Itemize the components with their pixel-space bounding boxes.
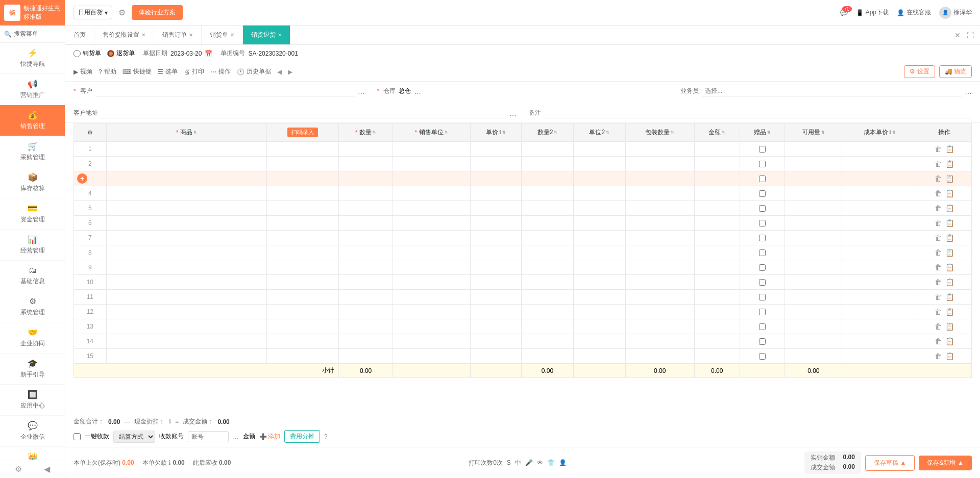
history-action[interactable]: 🕐 历史单据 xyxy=(237,67,271,76)
customer-select-btn[interactable]: … xyxy=(358,87,365,95)
gift-cell-12[interactable] xyxy=(740,305,785,319)
add-payment-btn[interactable]: ➕ 添加 xyxy=(259,432,280,441)
tool-mic-icon[interactable]: 🎤 xyxy=(525,459,533,466)
cost-cell-15[interactable] xyxy=(842,349,917,364)
amount-cell-9[interactable] xyxy=(694,260,740,275)
gift-cell-6[interactable] xyxy=(740,216,785,231)
gift-cell-8[interactable] xyxy=(740,245,785,260)
unit2-cell-6[interactable] xyxy=(573,216,625,231)
split-btn[interactable]: 费用分摊 xyxy=(284,430,320,443)
avail-cell-2[interactable] xyxy=(785,157,842,171)
cost-info-icon[interactable]: ℹ xyxy=(889,129,891,136)
price-cell-1[interactable] xyxy=(470,142,521,157)
sort-qty-icon[interactable]: ⇅ xyxy=(373,130,376,135)
unit2-cell-7[interactable] xyxy=(573,231,625,245)
unit2-cell-13[interactable] xyxy=(573,319,625,334)
delete-btn-1[interactable]: 🗑 xyxy=(934,144,943,154)
gift-check-10[interactable] xyxy=(759,279,766,286)
sidebar-item-wechat[interactable]: 💬企业微信 xyxy=(0,416,65,447)
unit-cell-14[interactable] xyxy=(393,334,470,349)
product-cell-14[interactable] xyxy=(106,334,267,349)
discount-info-icon[interactable]: ℹ xyxy=(169,418,171,425)
save-new-btn[interactable]: 保存&新增 ▲ xyxy=(919,456,972,470)
unit-cell-5[interactable] xyxy=(393,201,470,216)
copy-btn-5[interactable]: 📋 xyxy=(944,203,955,213)
unit-cell-3[interactable] xyxy=(393,171,470,186)
account-select-icon[interactable]: … xyxy=(233,433,239,440)
cost-cell-8[interactable] xyxy=(842,245,917,260)
tab-close-sales_out[interactable]: ✕ xyxy=(230,32,234,38)
amount-cell-12[interactable] xyxy=(694,305,740,319)
copy-btn-8[interactable]: 📋 xyxy=(944,247,955,258)
online-service-item[interactable]: 👤 在线客服 xyxy=(897,8,931,17)
operate-action[interactable]: ⋯ 操作 xyxy=(210,67,231,76)
sidebar-item-basic[interactable]: 🗂基础信息 xyxy=(0,261,65,291)
price-cell-8[interactable] xyxy=(470,245,521,260)
product-cell-2[interactable] xyxy=(106,157,267,171)
qty-cell-13[interactable] xyxy=(339,319,393,334)
pkg-cell-7[interactable] xyxy=(625,231,694,245)
unit-cell-4[interactable] xyxy=(393,186,470,201)
delete-btn-15[interactable]: 🗑 xyxy=(934,351,943,361)
tab-price_setting[interactable]: 售价提取设置✕ xyxy=(94,26,154,44)
product-cell-4[interactable] xyxy=(106,186,267,201)
th-settings[interactable]: ⚙ xyxy=(74,123,107,142)
return-radio-input[interactable] xyxy=(107,50,114,57)
amount-cell-11[interactable] xyxy=(694,290,740,305)
cost-cell-13[interactable] xyxy=(842,319,917,334)
industry-select[interactable]: 日用百货 ▾ xyxy=(74,6,112,19)
cost-cell-10[interactable] xyxy=(842,275,917,290)
sidebar-item-system[interactable]: ⚙系统管理 xyxy=(0,291,65,322)
unit2-cell-15[interactable] xyxy=(573,349,625,364)
payment-method-select[interactable]: 结算方式 xyxy=(113,431,155,443)
product-cell-3[interactable] xyxy=(106,171,267,186)
price-cell-9[interactable] xyxy=(470,260,521,275)
copy-btn-3[interactable]: 📋 xyxy=(944,173,955,184)
cost-cell-2[interactable] xyxy=(842,157,917,171)
amount-cell-1[interactable] xyxy=(694,142,740,157)
qty-cell-6[interactable] xyxy=(339,216,393,231)
qty-cell-2[interactable] xyxy=(339,157,393,171)
amount-cell-15[interactable] xyxy=(694,349,740,364)
gift-cell-2[interactable] xyxy=(740,157,785,171)
tab-home[interactable]: 首页 xyxy=(65,26,94,44)
product-input-3[interactable] xyxy=(110,175,264,182)
split-help-icon[interactable]: ? xyxy=(324,433,328,440)
gift-check-7[interactable] xyxy=(759,235,766,241)
qty2-cell-4[interactable] xyxy=(522,186,574,201)
unit-cell-11[interactable] xyxy=(393,290,470,305)
delete-btn-2[interactable]: 🗑 xyxy=(934,159,943,169)
tab-sales_order[interactable]: 销售订单✕ xyxy=(154,26,202,44)
message-icon[interactable]: 💬 70 xyxy=(840,9,848,16)
scan-btn[interactable]: 扫码录入 xyxy=(287,128,318,137)
sort-price-icon[interactable]: ⇅ xyxy=(502,130,506,135)
price-cell-14[interactable] xyxy=(470,334,521,349)
copy-btn-2[interactable]: 📋 xyxy=(944,159,955,169)
product-cell-6[interactable] xyxy=(106,216,267,231)
qty-cell-4[interactable] xyxy=(339,186,393,201)
unit2-cell-4[interactable] xyxy=(573,186,625,201)
one-click-checkbox[interactable] xyxy=(74,433,81,440)
cost-cell-12[interactable] xyxy=(842,305,917,319)
price-cell-15[interactable] xyxy=(470,349,521,364)
delete-btn-7[interactable]: 🗑 xyxy=(934,233,943,243)
product-cell-7[interactable] xyxy=(106,231,267,245)
address-input[interactable] xyxy=(101,108,506,118)
sort-cost-icon[interactable]: ⇅ xyxy=(892,130,896,135)
pkg-cell-12[interactable] xyxy=(625,305,694,319)
sort-amount-icon[interactable]: ⇅ xyxy=(722,130,725,135)
avail-cell-8[interactable] xyxy=(785,245,842,260)
pkg-cell-8[interactable] xyxy=(625,245,694,260)
price-cell-3[interactable] xyxy=(470,171,521,186)
avail-cell-13[interactable] xyxy=(785,319,842,334)
price-cell-13[interactable] xyxy=(470,319,521,334)
gift-check-1[interactable] xyxy=(759,146,766,153)
avail-cell-7[interactable] xyxy=(785,231,842,245)
delete-btn-4[interactable]: 🗑 xyxy=(934,188,943,198)
price-info-icon[interactable]: ℹ xyxy=(499,129,501,136)
cost-cell-9[interactable] xyxy=(842,260,917,275)
qty2-cell-1[interactable] xyxy=(522,142,574,157)
logistics-btn[interactable]: 🚚 物流 xyxy=(939,65,972,78)
help-action[interactable]: ? 帮助 xyxy=(99,67,116,76)
qty2-cell-3[interactable] xyxy=(522,171,574,186)
